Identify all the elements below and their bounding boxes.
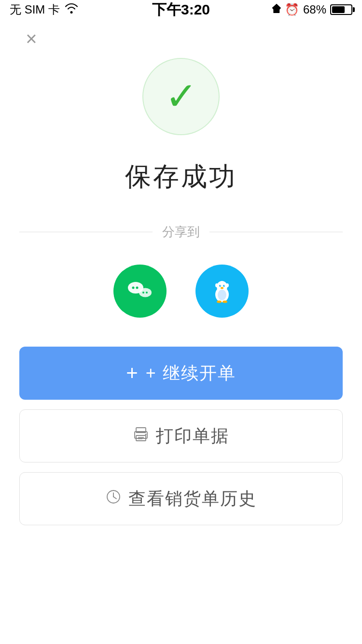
svg-point-10 [220, 285, 221, 286]
share-divider: 分享到 [19, 224, 343, 240]
svg-point-17 [226, 283, 229, 287]
svg-line-26 [113, 497, 116, 499]
location-icon [272, 3, 281, 16]
alarm-icon: ⏰ [285, 3, 299, 16]
status-left: 无 SIM 卡 [10, 2, 78, 17]
qq-share-button[interactable] [195, 265, 249, 318]
share-icons-container [19, 265, 343, 318]
wechat-share-button[interactable] [113, 265, 167, 318]
qq-icon [207, 276, 237, 306]
history-label: 查看销货单历史 [128, 487, 257, 511]
action-buttons: + + 继续开单 打印单据 [0, 347, 362, 525]
svg-point-11 [224, 285, 225, 286]
battery-percent: 68% [303, 3, 326, 16]
svg-point-2 [136, 287, 139, 289]
svg-point-16 [215, 283, 218, 287]
svg-point-9 [223, 285, 225, 287]
status-bar: 无 SIM 卡 下午3:20 ⏰ 68% [0, 0, 362, 19]
svg-point-14 [217, 301, 222, 303]
share-label: 分享到 [162, 224, 200, 240]
svg-point-4 [142, 292, 144, 294]
plus-icon: + [126, 363, 139, 383]
svg-point-15 [223, 301, 227, 303]
svg-point-8 [219, 285, 221, 287]
divider-right [209, 232, 343, 232]
status-right: ⏰ 68% [272, 3, 352, 16]
sim-text: 无 SIM 卡 [10, 2, 60, 17]
battery-indicator [330, 4, 352, 15]
checkmark-icon: ✓ [165, 77, 197, 116]
wechat-icon [124, 275, 156, 307]
print-button[interactable]: 打印单据 [19, 409, 343, 462]
svg-point-3 [139, 288, 152, 297]
continue-button[interactable]: + + 继续开单 [19, 347, 343, 400]
continue-label: + 继续开单 [146, 362, 236, 385]
svg-point-21 [145, 434, 147, 435]
close-icon: × [26, 29, 37, 48]
divider-left [19, 232, 153, 232]
history-button[interactable]: 查看销货单历史 [19, 472, 343, 525]
success-title: 保存成功 [125, 159, 237, 195]
wifi-icon [65, 3, 78, 16]
svg-point-1 [132, 287, 135, 289]
clock-icon [105, 489, 122, 509]
printer-icon [133, 426, 149, 446]
svg-point-13 [218, 290, 226, 300]
status-time: 下午3:20 [152, 0, 210, 20]
svg-point-12 [221, 287, 223, 289]
share-section: 分享到 [0, 224, 362, 318]
svg-point-5 [146, 292, 148, 294]
success-circle: ✓ [142, 58, 220, 135]
main-content: ✓ 保存成功 分享到 [0, 19, 362, 525]
print-label: 打印单据 [156, 424, 229, 448]
close-button[interactable]: × [19, 27, 43, 51]
